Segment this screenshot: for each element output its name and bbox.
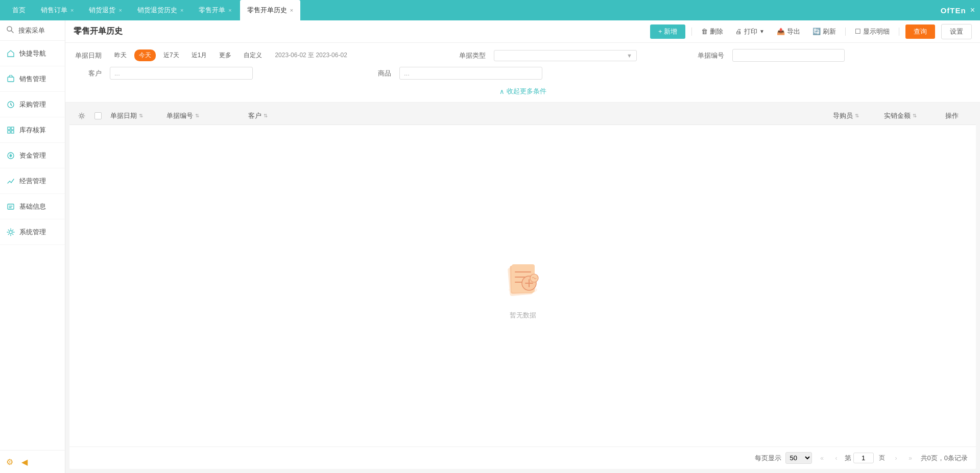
prev-page-button[interactable]: ‹ — [830, 452, 843, 464]
print-button[interactable]: 🖨 打印 ▼ — [732, 26, 768, 38]
tab-retail-open[interactable]: 零售开单 × — [192, 0, 238, 20]
product-select[interactable]: ... — [399, 67, 542, 80]
main-layout: 搜索采单 快捷导航 销售管理 采购管理 库存核算 — [0, 20, 980, 473]
date-today[interactable]: 今天 — [134, 49, 156, 61]
sidebar-item-basic-info[interactable]: 基础信息 — [0, 194, 65, 219]
th-customer[interactable]: 客户 ⇅ — [244, 111, 829, 120]
empty-illustration — [497, 252, 548, 303]
date-label: 单据日期 — [74, 51, 102, 60]
tab-sales-order[interactable]: 销售订单 × — [34, 0, 81, 20]
query-button[interactable]: 查询 — [905, 24, 935, 39]
select-all-checkbox[interactable] — [94, 112, 102, 119]
sidebar-item-quick-nav[interactable]: 快捷导航 — [0, 41, 65, 66]
sort-customer-icon: ⇅ — [264, 113, 268, 118]
page-input[interactable] — [853, 453, 874, 463]
customer-select[interactable]: ... — [110, 67, 253, 80]
inventory-icon — [6, 126, 15, 135]
filter-row-2: 客户 ... 商品 ... — [74, 67, 972, 80]
th-amount[interactable]: 实销金额 ⇅ — [880, 111, 941, 120]
date-1month[interactable]: 近1月 — [187, 49, 212, 61]
date-custom[interactable]: 自定义 — [239, 49, 267, 61]
display-detail-button[interactable]: ☐ 显示明细 — [852, 26, 893, 38]
search-billing[interactable]: 搜索采单 — [0, 20, 65, 41]
sidebar-item-sales-mgmt[interactable]: 销售管理 — [0, 66, 65, 92]
svg-line-1 — [11, 31, 13, 33]
search-icon — [6, 26, 14, 35]
close-tab-sales-order[interactable]: × — [70, 7, 74, 13]
th-select-all[interactable] — [90, 112, 106, 119]
divider — [691, 28, 692, 36]
close-tab-sales-return-history[interactable]: × — [180, 7, 183, 13]
th-settings[interactable] — [74, 112, 90, 119]
svg-point-11 — [81, 114, 83, 117]
svg-rect-4 — [8, 127, 10, 130]
date-yesterday[interactable]: 昨天 — [110, 49, 131, 61]
tab-sales-return-history[interactable]: 销货退货历史 × — [130, 0, 190, 20]
delete-button[interactable]: 🗑 删除 — [698, 26, 726, 38]
page-size-select[interactable]: 50 10 20 100 — [785, 452, 812, 464]
svg-rect-5 — [11, 127, 14, 130]
first-page-button[interactable]: « — [816, 452, 828, 464]
svg-rect-6 — [8, 131, 10, 133]
export-button[interactable]: 📤 导出 — [774, 26, 803, 38]
page-label-text: 页 — [876, 452, 888, 464]
operation-icon — [6, 177, 15, 186]
type-label: 单据类型 — [458, 51, 486, 60]
checkbox-icon: ☐ — [855, 28, 861, 35]
sidebar-item-operation[interactable]: 经营管理 — [0, 168, 65, 194]
th-action: 操作 — [941, 111, 972, 120]
sidebar-item-inventory[interactable]: 库存核算 — [0, 117, 65, 143]
svg-point-10 — [9, 231, 12, 234]
svg-rect-2 — [8, 77, 14, 82]
chevron-down-icon: ▼ — [627, 53, 632, 59]
divider3 — [899, 28, 899, 36]
tab-home[interactable]: 首页 — [5, 0, 33, 20]
page-header: 零售开单历史 + 新增 🗑 删除 🖨 打印 ▼ 📤 导出 — [65, 20, 980, 43]
customer-select-value: ... — [114, 69, 248, 77]
sort-date-icon: ⇅ — [139, 113, 143, 118]
sales-icon — [6, 74, 15, 84]
refresh-button[interactable]: 🔄 刷新 — [809, 26, 839, 38]
add-button[interactable]: + 新增 — [650, 24, 685, 39]
top-navigation: 首页 销售订单 × 销货退货 × 销货退货历史 × 零售开单 × 零售开单历史 … — [0, 0, 980, 20]
product-select-value: ... — [404, 69, 538, 77]
th-date[interactable]: 单据日期 ⇅ — [106, 111, 162, 120]
basic-info-icon — [6, 202, 15, 211]
sidebar-item-purchase-mgmt[interactable]: 采购管理 — [0, 92, 65, 117]
delete-icon: 🗑 — [701, 28, 708, 35]
sidebar-item-finance[interactable]: 资金管理 — [0, 143, 65, 168]
collapse-sidebar-button[interactable]: ◀ — [21, 457, 28, 467]
print-dropdown-icon: ▼ — [759, 29, 764, 34]
refresh-icon: 🔄 — [812, 28, 821, 35]
next-page-button[interactable]: › — [890, 452, 902, 464]
settings-button[interactable]: ⚙ — [6, 457, 13, 467]
sort-guide-icon: ⇅ — [855, 113, 859, 118]
order-no-input[interactable] — [732, 49, 845, 62]
sidebar-item-system[interactable]: 系统管理 — [0, 219, 65, 245]
total-records: 共0页，0条记录 — [921, 454, 968, 463]
close-tab-retail-open-history[interactable]: × — [290, 7, 293, 13]
print-icon: 🖨 — [735, 28, 742, 35]
purchase-icon — [6, 100, 15, 109]
date-more[interactable]: 更多 — [214, 49, 236, 61]
tab-list: 首页 销售订单 × 销货退货 × 销货退货历史 × 零售开单 × 零售开单历史 … — [5, 0, 941, 20]
divider2 — [845, 28, 846, 36]
date-7days[interactable]: 近7天 — [159, 49, 184, 61]
svg-rect-9 — [8, 204, 14, 209]
close-tab-sales-return[interactable]: × — [118, 7, 122, 13]
filter-area: 单据日期 昨天 今天 近7天 近1月 更多 自定义 2023-06-02 至 2… — [65, 43, 980, 103]
page-title: 零售开单历史 — [74, 26, 123, 37]
table-area: 单据日期 ⇅ 单据编号 ⇅ 客户 ⇅ 导购员 ⇅ 实销金额 ⇅ — [69, 107, 976, 469]
settings-filter-button[interactable]: 设置 — [941, 24, 972, 39]
page-nav: « ‹ 第 页 › » — [816, 452, 917, 464]
tab-sales-return[interactable]: 销货退货 × — [82, 0, 129, 20]
close-tab-retail-open[interactable]: × — [228, 7, 231, 13]
last-page-button[interactable]: » — [904, 452, 917, 464]
window-close-button[interactable]: × — [970, 6, 975, 15]
type-select[interactable]: ▼ — [494, 50, 637, 61]
tab-retail-open-history[interactable]: 零售开单历史 × — [240, 0, 300, 20]
th-guide[interactable]: 导购员 ⇅ — [829, 111, 880, 120]
collapse-filter-button[interactable]: ∧ 收起更多条件 — [74, 85, 972, 98]
filter-row-1: 单据日期 昨天 今天 近7天 近1月 更多 自定义 2023-06-02 至 2… — [74, 49, 972, 62]
th-order-no[interactable]: 单据编号 ⇅ — [162, 111, 244, 120]
